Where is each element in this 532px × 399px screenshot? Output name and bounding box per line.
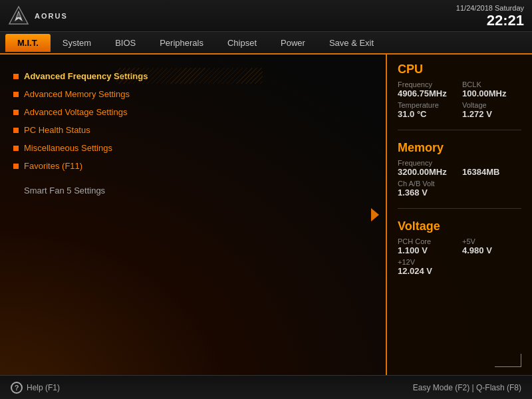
- menu-label-favorites: Favorites (F11): [24, 161, 82, 171]
- divider-2: [398, 208, 521, 209]
- memory-title: Memory: [398, 141, 521, 155]
- plus12v-label: +12V: [398, 258, 521, 266]
- memory-size-label: [462, 159, 521, 167]
- corner-decoration-icon: [495, 354, 521, 367]
- cpu-frequency-label: Frequency: [398, 80, 457, 88]
- memory-chvolt-col: Ch A/B Volt 1.368 V: [398, 180, 521, 198]
- menu-bullet-5: [13, 146, 19, 151]
- nav-item-chipset[interactable]: Chipset: [215, 34, 269, 52]
- help-label[interactable]: Help (F1): [27, 383, 60, 392]
- footer-left: ? Help (F1): [11, 382, 60, 394]
- memory-chvolt-label: Ch A/B Volt: [398, 180, 521, 188]
- cpu-title: CPU: [398, 63, 521, 76]
- menu-item-favorites[interactable]: Favorites (F11): [13, 158, 372, 174]
- cpu-voltage-col: Voltage 1.272 V: [462, 101, 521, 119]
- pch-core-col: PCH Core 1.100 V: [398, 237, 457, 255]
- menu-item-advanced-voltage[interactable]: Advanced Voltage Settings: [13, 104, 372, 120]
- menu-bullet-3: [13, 110, 19, 115]
- main-content: Advanced Frequency Settings Advanced Mem…: [0, 55, 532, 375]
- voltage-grid: PCH Core 1.100 V +5V 4.980 V +12V 12.024…: [398, 237, 521, 276]
- help-icon: ?: [11, 382, 23, 394]
- menu-bullet-6: [13, 164, 19, 169]
- footer-right: Easy Mode (F2) | Q-Flash (F8): [413, 383, 521, 392]
- qflash-label[interactable]: Q-Flash (F8): [476, 383, 521, 392]
- nav-item-bios[interactable]: BIOS: [103, 34, 148, 52]
- plus12v-value: 12.024 V: [398, 266, 521, 276]
- menu-item-advanced-memory[interactable]: Advanced Memory Settings: [13, 86, 372, 102]
- logo-text: AORUS: [35, 12, 68, 20]
- menu-label-miscellaneous: Miscellaneous Settings: [24, 143, 112, 153]
- menu-item-smart-fan[interactable]: Smart Fan 5 Settings: [13, 182, 372, 199]
- memory-freq-col: Frequency 3200.00MHz: [398, 159, 457, 177]
- aorus-logo-icon: [8, 5, 29, 27]
- nav-item-save-exit[interactable]: Save & Exit: [317, 34, 386, 52]
- menu-label-advanced-voltage: Advanced Voltage Settings: [24, 107, 127, 117]
- sidebar-arrow: [371, 208, 379, 221]
- pch-core-label: PCH Core: [398, 237, 457, 245]
- plus5v-label: +5V: [462, 237, 521, 245]
- memory-size-value: 16384MB: [462, 167, 521, 177]
- navbar: M.I.T. System BIOS Peripherals Chipset P…: [0, 32, 532, 55]
- memory-frequency-label: Frequency: [398, 159, 457, 167]
- cpu-bclk-value: 100.00MHz: [462, 88, 521, 98]
- menu-bullet-7: [13, 188, 19, 194]
- plus12v-col: +12V 12.024 V: [398, 258, 521, 276]
- logo-area: AORUS: [8, 5, 68, 27]
- header: AORUS 11/24/2018 Saturday 22:21: [0, 0, 532, 32]
- plus5v-value: 4.980 V: [462, 245, 521, 255]
- easy-mode-label[interactable]: Easy Mode (F2): [413, 383, 469, 392]
- cpu-temperature-label: Temperature: [398, 101, 457, 109]
- memory-size-col: 16384MB: [462, 159, 521, 177]
- nav-item-system[interactable]: System: [51, 34, 103, 52]
- plus5v-col: +5V 4.980 V: [462, 237, 521, 255]
- cpu-frequency-value: 4906.75MHz: [398, 88, 457, 98]
- memory-grid: Frequency 3200.00MHz 16384MB Ch A/B Volt…: [398, 159, 521, 198]
- menu-item-advanced-frequency[interactable]: Advanced Frequency Settings: [13, 68, 372, 84]
- left-panel: Advanced Frequency Settings Advanced Mem…: [0, 55, 386, 375]
- memory-section: Memory Frequency 3200.00MHz 16384MB Ch A…: [398, 141, 521, 198]
- memory-chvolt-value: 1.368 V: [398, 188, 521, 198]
- right-panel: CPU Frequency 4906.75MHz BCLK 100.00MHz …: [386, 55, 532, 375]
- cpu-voltage-label: Voltage: [462, 101, 521, 109]
- nav-item-power[interactable]: Power: [269, 34, 317, 52]
- cpu-bclk-col: BCLK 100.00MHz: [462, 80, 521, 98]
- cpu-bclk-label: BCLK: [462, 80, 521, 88]
- voltage-title: Voltage: [398, 219, 521, 233]
- menu-label-advanced-memory: Advanced Memory Settings: [24, 89, 130, 99]
- datetime: 11/24/2018 Saturday 22:21: [456, 3, 524, 28]
- bottom-decoration: [398, 354, 521, 367]
- memory-frequency-value: 3200.00MHz: [398, 167, 457, 177]
- menu-label-smart-fan: Smart Fan 5 Settings: [24, 186, 105, 196]
- nav-item-peripherals[interactable]: Peripherals: [148, 34, 215, 52]
- menu-label-pc-health: PC Health Status: [24, 125, 90, 135]
- menu-item-pc-health[interactable]: PC Health Status: [13, 122, 372, 138]
- footer: ? Help (F1) Easy Mode (F2) | Q-Flash (F8…: [0, 375, 532, 399]
- voltage-section: Voltage PCH Core 1.100 V +5V 4.980 V +12…: [398, 219, 521, 276]
- time-text: 22:21: [456, 13, 524, 28]
- cpu-voltage-value: 1.272 V: [462, 109, 521, 119]
- cpu-temperature-value: 31.0 °C: [398, 109, 457, 119]
- menu-item-miscellaneous[interactable]: Miscellaneous Settings: [13, 140, 372, 156]
- menu-bullet-2: [13, 92, 19, 97]
- menu-bullet-4: [13, 128, 19, 133]
- cpu-freq-label-col: Frequency 4906.75MHz: [398, 80, 457, 98]
- cpu-grid: Frequency 4906.75MHz BCLK 100.00MHz Temp…: [398, 80, 521, 119]
- cpu-temp-col: Temperature 31.0 °C: [398, 101, 457, 119]
- hash-pattern: [116, 68, 263, 84]
- pch-core-value: 1.100 V: [398, 245, 457, 255]
- nav-item-mit[interactable]: M.I.T.: [5, 34, 51, 52]
- cpu-section: CPU Frequency 4906.75MHz BCLK 100.00MHz …: [398, 63, 521, 119]
- menu-bullet-1: [13, 74, 19, 79]
- divider-1: [398, 130, 521, 130]
